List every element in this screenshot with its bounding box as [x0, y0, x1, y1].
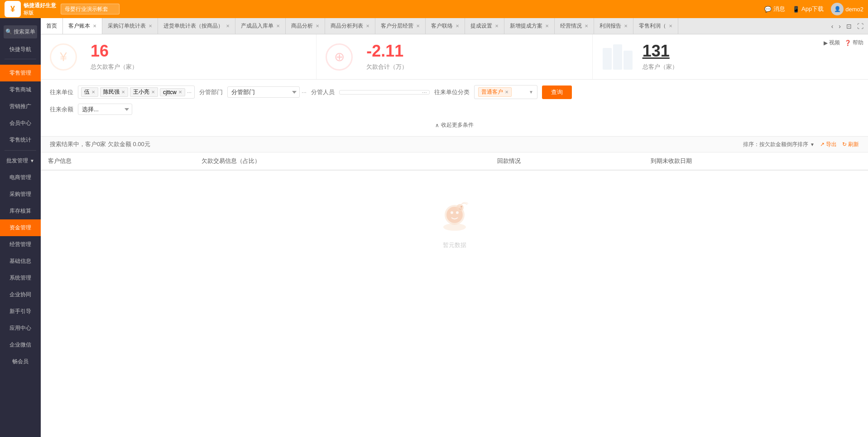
sidebar-item-enterprise[interactable]: 企业协同 [0, 286, 41, 303]
dept-select[interactable]: 分管部门 [227, 86, 300, 98]
logo-icon: ¥ [5, 1, 21, 17]
collapse-btn[interactable]: ∧ 收起更多条件 [430, 119, 479, 131]
tab-profit-report[interactable]: 利润报告 ✕ [594, 18, 633, 34]
sidebar-item-inventory[interactable]: 库存核算 [0, 203, 41, 219]
sidebar-item-retail-stats[interactable]: 零售统计 [0, 132, 41, 148]
tab-inbound-stats[interactable]: 进货单统计表（按商品） ✕ [158, 18, 235, 34]
tab-new-promotion[interactable]: 新增提成方案 ✕ [504, 18, 555, 34]
dept-dots[interactable]: ··· [302, 89, 307, 95]
export-btn[interactable]: ↗ 导出 [820, 141, 837, 148]
sidebar-item-ecommerce[interactable]: 电商管理 [0, 169, 41, 186]
sort-chevron-icon: ▼ [810, 142, 815, 147]
classification-dropdown-icon: ▼ [529, 90, 533, 95]
sidebar-item-retail-store[interactable]: 零售商城 [0, 81, 41, 98]
unit-tag-cjttcw[interactable]: cjttcw ✕ [160, 88, 185, 96]
total-clients-label: 总客户（家） [643, 63, 678, 71]
tab-promotion-settings[interactable]: 提成设置 ✕ [465, 18, 504, 34]
tag-close-chen[interactable]: ✕ [121, 90, 125, 95]
sidebar-item-retail[interactable]: 零售管理 [0, 65, 41, 81]
sidebar-item-new-guide[interactable]: 新手引导 [0, 303, 41, 320]
user-menu[interactable]: 👤 demo2 [831, 3, 863, 15]
stats-row: ▶ 视频 ❓ 帮助 ¥ 16 [41, 34, 868, 80]
sidebar-item-wholesale[interactable]: 批发管理 ▼ [0, 152, 41, 169]
workspace-select[interactable]: 母婴行业演示帐套 [61, 4, 120, 14]
unit-tag-wu[interactable]: 伍 ✕ [81, 87, 98, 97]
balance-select[interactable]: 选择... [78, 104, 132, 115]
tab-close-inbound-stats[interactable]: ✕ [226, 24, 230, 28]
tab-fullscreen-btn[interactable]: ⛶ [855, 22, 865, 31]
tab-close-promotion-settings[interactable]: ✕ [495, 24, 499, 28]
tab-bar: 首页 客户账本 ✕ 采购订单统计表 ✕ 进货单统计表（按商品） ✕ 产成品入库单… [41, 18, 868, 34]
sidebar-item-basic-info[interactable]: 基础信息 [0, 253, 41, 270]
tab-home[interactable]: 首页 [41, 18, 63, 34]
sidebar: 🔍 搜索菜单 快捷导航 零售管理 零售商城 营销推广 会员中心 [0, 18, 41, 437]
svg-rect-1 [613, 44, 622, 70]
tab-more-btn[interactable]: ⊡ [844, 22, 854, 31]
tab-close-product-analysis-list[interactable]: ✕ [366, 24, 369, 28]
tab-next-btn[interactable]: › [837, 22, 843, 31]
tab-close-business-status[interactable]: ✕ [585, 24, 588, 28]
tag-close-cjttcw[interactable]: ✕ [178, 90, 182, 95]
refresh-icon: ↻ [842, 141, 847, 147]
unit-tag-wang[interactable]: 王小亮 ✕ [130, 87, 158, 97]
classification-tags-container[interactable]: 普通客户 ✕ ▼ [474, 85, 537, 99]
sidebar-item-member[interactable]: 会员中心 [0, 115, 41, 132]
search-menu-area[interactable]: 🔍 搜索菜单 [0, 22, 41, 42]
tab-production-inbound[interactable]: 产成品入库单 ✕ [235, 18, 286, 34]
tab-close-customer-contact[interactable]: ✕ [456, 24, 459, 28]
tab-close-purchase-orders[interactable]: ✕ [149, 24, 152, 28]
table-header-row: 客户信息 欠款交易信息（占比） 回款情况 到期未收款日期 [41, 152, 868, 170]
sidebar-item-finance[interactable]: 资金管理 [0, 219, 41, 236]
person-dots[interactable]: ··· [422, 89, 427, 95]
balance-label: 往来余额 [50, 105, 73, 114]
sidebar-item-app-center[interactable]: 应用中心 [0, 320, 41, 337]
tab-business-status[interactable]: 经营情况 ✕ [555, 18, 594, 34]
refresh-btn[interactable]: ↻ 刷新 [842, 141, 859, 148]
tab-purchase-orders[interactable]: 采购订单统计表 ✕ [102, 18, 158, 34]
tag-close-wang[interactable]: ✕ [151, 90, 155, 95]
sidebar-item-vip-member[interactable]: 畅会员 [0, 353, 41, 370]
empty-icon [436, 198, 473, 234]
sidebar-item-marketing[interactable]: 营销推广 [0, 98, 41, 115]
empty-row: 暂元数据 [41, 170, 868, 276]
unit-tag-more[interactable]: ··· [187, 89, 192, 95]
tab-customers[interactable]: 客户账本 ✕ [63, 18, 102, 34]
search-menu-btn[interactable]: 🔍 搜索菜单 [4, 25, 37, 38]
tab-close-production-inbound[interactable]: ✕ [276, 24, 280, 28]
app-name: 畅捷通好生意 [24, 2, 56, 10]
unit-tag-chen[interactable]: 陈民强 ✕ [100, 87, 128, 97]
unit-label: 往来单位 [50, 88, 73, 96]
tab-customer-contact[interactable]: 客户联络 ✕ [426, 18, 465, 34]
app-download-btn[interactable]: 📱 App下载 [792, 5, 824, 13]
sidebar-item-purchase[interactable]: 采购管理 [0, 186, 41, 203]
unit-filter-tags[interactable]: 伍 ✕ 陈民强 ✕ 王小亮 ✕ [78, 86, 195, 99]
results-summary: 搜索结果中，客户0家 欠款金额 0.00元 [50, 140, 150, 148]
tab-customer-segment[interactable]: 客户分层经营 ✕ [375, 18, 426, 34]
results-bar: 搜索结果中，客户0家 欠款金额 0.00元 排序：按欠款金额倒序排序 ▼ ↗ 导… [41, 137, 868, 152]
message-btn[interactable]: 💬 消息 [764, 5, 785, 13]
tab-close-new-promotion[interactable]: ✕ [545, 24, 549, 28]
tab-close-product-analysis[interactable]: ✕ [316, 24, 319, 28]
filter-row-1: 往来单位 伍 ✕ 陈民强 ✕ 王小亮 [50, 85, 859, 99]
tab-close-retail-profit[interactable]: ✕ [669, 24, 672, 28]
tab-prev-btn[interactable]: ‹ [830, 22, 835, 31]
tab-close-customer-segment[interactable]: ✕ [416, 24, 420, 28]
tag-close-wu[interactable]: ✕ [91, 90, 95, 95]
sidebar-item-system[interactable]: 系统管理 [0, 270, 41, 286]
query-btn[interactable]: 查询 [542, 86, 572, 99]
app-sub: 标版 [24, 10, 56, 16]
username: demo2 [845, 6, 863, 13]
tab-close-customers[interactable]: ✕ [93, 24, 96, 28]
person-label: 分管人员 [311, 88, 335, 96]
tab-product-analysis-list[interactable]: 商品分析列表 ✕ [325, 18, 375, 34]
tab-close-profit-report[interactable]: ✕ [624, 24, 628, 28]
tag-close-normal[interactable]: ✕ [505, 90, 508, 95]
tab-product-analysis[interactable]: 商品分析 ✕ [286, 18, 325, 34]
person-input[interactable] [339, 90, 430, 95]
sidebar-item-operations[interactable]: 经营管理 [0, 236, 41, 253]
quick-nav-btn[interactable]: 快捷导航 [0, 42, 41, 57]
sidebar-item-enterprise-wx[interactable]: 企业微信 [0, 337, 41, 353]
classification-tag-normal[interactable]: 普通客户 ✕ [478, 87, 512, 97]
tab-retail-profit[interactable]: 零售利润（ ✕ [633, 18, 678, 34]
stat-bg-icon-customers: ¥ [50, 43, 77, 71]
